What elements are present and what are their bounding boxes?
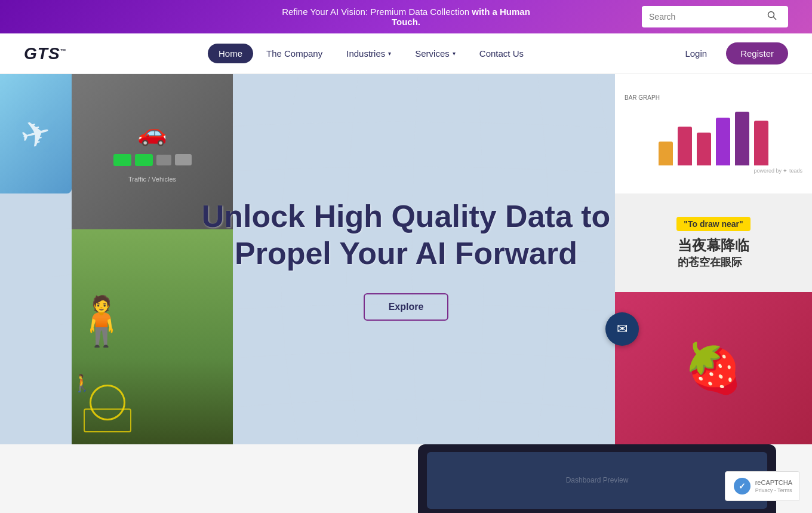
recaptcha-icon: ✓: [733, 477, 752, 496]
below-hero: Dashboard Preview: [0, 444, 812, 513]
chart-bar: [678, 127, 692, 165]
explore-button[interactable]: Explore: [364, 293, 449, 321]
banner-text: Refine Your AI Vision: Premium Data Coll…: [279, 7, 534, 27]
header: GTS™ Home The Company Industries ▾ Servi…: [0, 33, 812, 74]
hero-section: Traffic / Vehicles 🚶 Unlock High Quality…: [0, 74, 812, 444]
top-banner: Refine Your AI Vision: Premium Data Coll…: [0, 0, 812, 33]
nav-item-home[interactable]: Home: [208, 44, 253, 63]
hero-content: Unlock High Quality Data to Propel Your …: [82, 198, 730, 321]
chart-title: BAR GRAPH: [625, 94, 660, 101]
nav-item-company[interactable]: The Company: [256, 44, 333, 63]
chart-bar: [697, 133, 711, 165]
search-button[interactable]: [761, 6, 783, 27]
recaptcha-badge: ✓ reCAPTCHAPrivacy - Terms: [725, 471, 800, 501]
tablet-preview: Dashboard Preview: [418, 444, 776, 513]
register-button[interactable]: Register: [726, 42, 788, 64]
svg-point-0: [768, 12, 774, 18]
nav-item-industries[interactable]: Industries ▾: [336, 44, 402, 63]
chevron-down-icon: ▾: [388, 50, 391, 57]
hero-title: Unlock High Quality Data to Propel Your …: [202, 198, 611, 272]
nav-item-services[interactable]: Services ▾: [404, 44, 466, 63]
chart-bar: [735, 112, 749, 165]
login-button[interactable]: Login: [675, 44, 716, 63]
chart-bar: [754, 121, 768, 165]
logo-text: GTS™: [24, 44, 67, 63]
chart-image: BAR GRAPH powered by ✦ teads: [615, 74, 812, 193]
banner-normal-text: Refine Your AI Vision: Premium Data Coll…: [282, 7, 472, 17]
header-actions: Login Register: [675, 42, 788, 64]
chart-bar: [659, 142, 673, 165]
main-nav: Home The Company Industries ▾ Services ▾…: [208, 44, 534, 63]
nav-item-contact[interactable]: Contact Us: [469, 44, 534, 63]
chevron-down-icon: ▾: [453, 50, 456, 57]
search-input[interactable]: [642, 7, 761, 26]
chart-bars: [659, 106, 768, 165]
search-container: [642, 6, 788, 27]
tablet-screen: Dashboard Preview: [427, 452, 767, 509]
chart-bar: [716, 118, 730, 165]
svg-text:✓: ✓: [739, 481, 746, 491]
plane-image: [0, 74, 72, 193]
svg-line-1: [774, 17, 777, 20]
logo: GTS™: [24, 44, 67, 63]
